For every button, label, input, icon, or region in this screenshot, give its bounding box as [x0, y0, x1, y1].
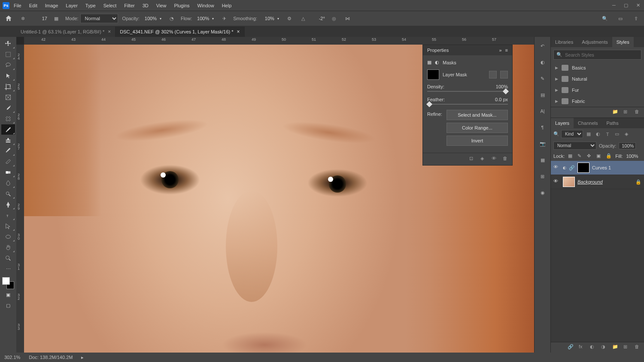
lock-pixels-icon[interactable]: ✎ [577, 153, 583, 159]
brush-tool[interactable] [1, 124, 15, 135]
tab-paths[interactable]: Paths [602, 118, 623, 128]
menu-select[interactable]: Select [100, 1, 120, 10]
tab-channels[interactable]: Channels [574, 118, 602, 128]
lock-artboard-icon[interactable]: ▣ [596, 153, 602, 159]
lock-all-icon[interactable]: 🔒 [606, 153, 612, 159]
marquee-tool[interactable] [1, 49, 15, 60]
style-folder-basics[interactable]: ▶Basics [551, 62, 644, 73]
opacity-value[interactable]: 100% [141, 16, 157, 21]
invert-button[interactable]: Invert [447, 136, 508, 146]
opacity-dropdown[interactable]: ▾ [158, 17, 163, 21]
style-folder-fabric[interactable]: ▶Fabric [551, 96, 644, 107]
style-folder-natural[interactable]: ▶Natural [551, 73, 644, 84]
load-selection-icon[interactable]: ⊡ [469, 156, 476, 163]
filter-pixel-icon[interactable]: ▦ [585, 130, 592, 138]
smoothing-value[interactable]: 10% [259, 16, 274, 21]
layer-style-icon[interactable]: fx [579, 344, 586, 351]
brush-size[interactable]: 17 [32, 16, 47, 21]
apply-mask-icon[interactable]: ◈ [480, 156, 487, 163]
tab-dsc4341[interactable]: DSC_4341.NEF @ 302% (Curves 1, Layer Mas… [115, 27, 244, 37]
workspace-icon[interactable]: ▭ [616, 14, 625, 23]
filter-adjust-icon[interactable]: ◐ [594, 130, 602, 138]
vector-mask-icon[interactable]: ◐ [435, 60, 439, 65]
blend-mode-select[interactable]: Normal [553, 142, 596, 150]
paragraph-panel-icon[interactable]: ¶ [537, 122, 548, 133]
crop-tool[interactable] [1, 81, 15, 92]
layer-mask-thumb[interactable] [577, 163, 589, 173]
menu-filter[interactable]: Filter [121, 1, 138, 10]
camera-panel-icon[interactable]: 📷 [537, 138, 548, 149]
slider-handle[interactable] [503, 88, 509, 94]
tab-untitled[interactable]: Untitled-1 @ 63.1% (Layer 1, RGB/8#) *× [16, 27, 115, 37]
styles-search[interactable]: 🔍 [553, 50, 641, 60]
share-icon[interactable]: ⇪ [631, 14, 641, 23]
pen-tool[interactable] [1, 199, 15, 210]
delete-layer-icon[interactable]: 🗑 [635, 344, 641, 351]
brushes-panel-icon[interactable]: ▤ [537, 89, 548, 100]
blend-mode-select[interactable]: Normal [80, 14, 118, 23]
layer-name[interactable]: Curves 1 [592, 165, 611, 170]
shape-tool[interactable] [1, 232, 15, 242]
new-layer-icon[interactable]: ⊞ [623, 344, 630, 351]
smoothing-dropdown[interactable]: ▾ [276, 17, 280, 21]
color-range-button[interactable]: Color Range... [447, 123, 508, 133]
tab-close-icon[interactable]: × [237, 29, 240, 35]
foreground-color[interactable] [2, 277, 10, 285]
ruler-horizontal[interactable]: 42434445464748495051525354555657 [24, 37, 534, 45]
add-mask-icon[interactable] [489, 71, 497, 78]
angle-value[interactable]: -2° [310, 16, 325, 21]
stamp-tool[interactable] [1, 135, 15, 145]
feather-track[interactable] [427, 104, 508, 105]
flow-value[interactable]: 100% [194, 16, 209, 21]
filter-smart-icon[interactable]: ◈ [623, 130, 630, 138]
search-icon[interactable]: 🔍 [600, 14, 610, 23]
menu-type[interactable]: Type [82, 1, 99, 10]
selection-tool[interactable] [1, 71, 15, 81]
tab-close-icon[interactable]: × [108, 29, 111, 35]
menu-edit[interactable]: Edit [26, 1, 41, 10]
swatches-panel-icon[interactable]: ▦ [537, 154, 548, 166]
airbrush-icon[interactable]: ✈ [219, 14, 229, 23]
style-folder-fur[interactable]: ▶Fur [551, 84, 644, 96]
eyedropper-tool[interactable] [1, 103, 15, 113]
layer-opacity-value[interactable]: 100% [619, 142, 636, 149]
tab-libraries[interactable]: Libraries [551, 37, 577, 47]
pressure-opacity-icon[interactable]: ◔ [167, 14, 176, 23]
layer-mask-icon[interactable]: ◐ [590, 344, 597, 351]
type-tool[interactable]: T [1, 210, 15, 220]
tab-styles[interactable]: Styles [612, 37, 634, 47]
menu-icon[interactable]: ≡ [505, 48, 508, 53]
delete-icon[interactable]: 🗑 [635, 109, 641, 116]
hand-tool[interactable] [1, 242, 15, 253]
brush-preset-picker[interactable]: ✲ [18, 14, 27, 23]
minimize-button[interactable]: ─ [611, 2, 617, 9]
feather-value[interactable]: 0.0 px [495, 97, 508, 102]
tab-adjustments[interactable]: Adjustments [577, 37, 612, 47]
layer-background[interactable]: 👁 Background 🔒 [551, 175, 644, 189]
doc-info-dropdown[interactable]: ▸ [81, 355, 84, 360]
layer-thumb[interactable] [563, 177, 575, 187]
doc-info[interactable]: Doc: 138.2M/140.2M [29, 355, 73, 360]
menu-plugins[interactable]: Plugins [170, 1, 193, 10]
visibility-toggle[interactable]: 👁 [553, 178, 560, 185]
gradient-tool[interactable] [1, 167, 15, 178]
select-and-mask-button[interactable]: Select and Mask... [447, 110, 508, 120]
smoothing-options-icon[interactable]: ⚙ [285, 14, 294, 23]
frame-tool[interactable] [1, 92, 15, 103]
new-folder-icon[interactable]: 📁 [612, 109, 619, 116]
lasso-tool[interactable] [1, 60, 15, 70]
lock-transparency-icon[interactable]: ▦ [568, 153, 574, 159]
properties-header[interactable]: Properties »≡ [423, 45, 512, 55]
zoom-tool[interactable] [1, 253, 15, 263]
slider-handle[interactable] [426, 101, 432, 107]
filter-kind-select[interactable]: Kind [561, 130, 583, 138]
patterns-panel-icon[interactable]: ⊞ [537, 171, 548, 182]
styles-search-input[interactable] [565, 52, 638, 57]
ruler-vertical[interactable]: 24252627282930313233 [16, 45, 24, 353]
disable-mask-icon[interactable]: 👁 [492, 156, 498, 163]
lock-position-icon[interactable]: ✥ [587, 153, 593, 159]
adjustment-layer-icon[interactable]: ◑ [601, 344, 608, 351]
move-tool[interactable] [1, 39, 15, 49]
link-layers-icon[interactable]: 🔗 [568, 344, 574, 351]
maximize-button[interactable]: ▢ [623, 2, 629, 9]
